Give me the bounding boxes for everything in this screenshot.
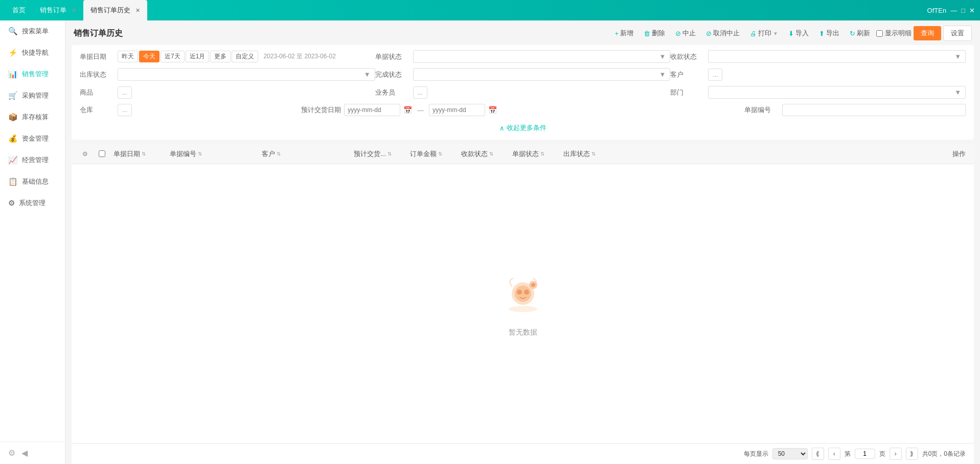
tab-sales-history-close[interactable]: ✕: [135, 7, 140, 14]
sidebar-item-sales-label: 销售管理: [22, 70, 49, 79]
calendar-end-icon[interactable]: 📅: [488, 106, 497, 114]
tab-home[interactable]: 首页: [5, 0, 33, 20]
settings-button[interactable]: 设置: [943, 26, 972, 41]
th-number[interactable]: 单据编号 ⇅: [166, 149, 258, 159]
page-next-button[interactable]: ›: [890, 448, 902, 460]
sidebar-item-purchase[interactable]: 🛒 采购管理: [0, 85, 65, 106]
th-bill-status[interactable]: 单据状态 ⇅: [508, 149, 559, 159]
select-all-checkbox[interactable]: [99, 150, 105, 157]
add-label: 新增: [620, 29, 633, 38]
maximize-icon[interactable]: □: [961, 7, 965, 14]
toolbar: + 新增 🗑 删除 ⊘ 中止 ⊘ 取消中止 🖨 打印: [611, 26, 972, 41]
date-btn-7days[interactable]: 近7天: [161, 51, 185, 62]
sidebar-item-quick-nav[interactable]: ⚡ 快捷导航: [0, 42, 65, 63]
per-page-select[interactable]: 50 20 100: [772, 448, 808, 459]
page-prev-button[interactable]: ‹: [828, 448, 840, 460]
sidebar-item-purchase-label: 采购管理: [22, 91, 49, 100]
cancel-stop-button[interactable]: ⊘ 取消中止: [702, 27, 744, 40]
delivery-date-label: 预计交货日期: [301, 105, 341, 115]
delivery-date-start[interactable]: [344, 104, 400, 116]
import-button[interactable]: ⬇ 导入: [784, 27, 813, 40]
th-delivery[interactable]: 预计交货... ⇅: [350, 149, 406, 159]
bill-status-label: 单据状态: [375, 52, 410, 61]
export-button[interactable]: ⬆ 导出: [815, 27, 844, 40]
out-status-select[interactable]: ▼: [118, 68, 375, 81]
display-columns-checkbox[interactable]: 显示明细: [876, 29, 911, 38]
collapse-label: 收起更多条件: [507, 123, 546, 132]
query-button[interactable]: 查询: [914, 26, 941, 40]
bill-status-select[interactable]: ▼: [413, 50, 671, 63]
sidebar-item-basic-info[interactable]: 📋 基础信息: [0, 171, 65, 192]
top-bar: 首页 销售订单 ✕ 销售订单历史 ✕ OfTEn — □ ✕: [0, 0, 980, 20]
page-first-button[interactable]: ⟪: [812, 448, 824, 460]
filter-row-2: 出库状态 ▼ 完成状态 ▼ 客户 ...: [80, 68, 966, 81]
th-number-label: 单据编号: [170, 149, 196, 159]
display-columns-input[interactable]: [876, 30, 883, 37]
sidebar-item-inventory[interactable]: 📦 库存核算: [0, 106, 65, 128]
th-date-label: 单据日期: [113, 149, 140, 159]
sidebar-item-inventory-label: 库存核算: [22, 113, 49, 122]
date-btn-today[interactable]: 今天: [139, 51, 159, 62]
tab-sales-order[interactable]: 销售订单 ✕: [33, 0, 83, 20]
date-btn-yesterday[interactable]: 昨天: [118, 51, 138, 62]
warehouse-input[interactable]: ...: [118, 104, 132, 116]
tab-sales-order-close[interactable]: ✕: [72, 7, 76, 14]
date-btn-custom[interactable]: 自定义: [232, 51, 258, 62]
page-number-input[interactable]: [855, 449, 875, 459]
top-bar-user: OfTEn: [927, 7, 947, 14]
refresh-button[interactable]: ↻ 刷新: [846, 27, 874, 40]
page-last-button[interactable]: ⟫: [906, 448, 918, 460]
complete-status-select[interactable]: ▼: [413, 68, 671, 81]
customer-input[interactable]: ...: [708, 69, 722, 81]
department-select[interactable]: ▼: [708, 86, 966, 99]
sidebar-item-sys-mgmt-label: 系统管理: [19, 198, 45, 208]
sidebar-item-finance[interactable]: 💰 资金管理: [0, 128, 65, 149]
filter-area: 单据日期 昨天 今天 近7天 近1月 更多 自定义 2023-06-02 至 2…: [72, 45, 974, 140]
operations-icon: 📈: [8, 156, 18, 165]
salesperson-input[interactable]: ...: [413, 86, 427, 99]
th-date[interactable]: 单据日期 ⇅: [109, 149, 166, 159]
sidebar: 🔍 搜索菜单 ⚡ 快捷导航 📊 销售管理 🛒 采购管理 📦 库存核算 💰 资金管…: [0, 20, 65, 464]
date-btn-more[interactable]: 更多: [210, 51, 231, 62]
sidebar-item-quick-nav-label: 快捷导航: [22, 48, 49, 57]
minimize-icon[interactable]: —: [950, 7, 957, 14]
per-page-label: 每页显示: [744, 450, 768, 458]
stop-icon: ⊘: [675, 30, 681, 37]
add-button[interactable]: + 新增: [611, 27, 638, 40]
department-label: 部门: [670, 88, 705, 97]
sort-bill-status-icon: ⇅: [540, 151, 544, 157]
date-btn-1month[interactable]: 近1月: [186, 51, 210, 62]
filter-warehouse-col: 仓库 ...: [80, 104, 301, 116]
calendar-start-icon[interactable]: 📅: [403, 106, 412, 114]
th-amount[interactable]: 订单金额 ⇅: [406, 149, 457, 159]
stop-label: 中止: [682, 29, 696, 38]
sidebar-item-search-menu[interactable]: 🔍 搜索菜单: [0, 20, 65, 42]
sort-date-icon: ⇅: [142, 151, 146, 157]
bill-number-input[interactable]: [782, 104, 966, 116]
th-settings[interactable]: ⚙: [76, 150, 94, 158]
th-amount-label: 订单金额: [410, 149, 437, 159]
payment-status-select[interactable]: ▼: [708, 50, 966, 63]
th-payment[interactable]: 收款状态 ⇅: [457, 149, 508, 159]
sidebar-settings-icon[interactable]: ⚙: [8, 448, 15, 458]
delete-button[interactable]: 🗑 删除: [640, 27, 669, 40]
th-out-status[interactable]: 出库状态 ⇅: [559, 149, 610, 159]
print-button[interactable]: 🖨 打印 ▼: [746, 27, 782, 40]
filter-date-col: 单据日期 昨天 今天 近7天 近1月 更多 自定义 2023-06-02 至 2…: [80, 51, 375, 62]
th-checkbox[interactable]: [94, 150, 109, 157]
delivery-date-end[interactable]: [429, 104, 485, 116]
sidebar-item-sales[interactable]: 📊 销售管理: [0, 63, 65, 85]
page-label-prefix: 第: [845, 450, 851, 458]
close-icon[interactable]: ✕: [969, 7, 975, 14]
pagination-bar: 每页显示 50 20 100 ⟪ ‹ 第 页 › ⟫ 共0页，0条记录: [72, 443, 974, 464]
collapse-button[interactable]: ∧ 收起更多条件: [80, 121, 966, 135]
th-customer[interactable]: 客户 ⇅: [258, 149, 350, 159]
tab-sales-history[interactable]: 销售订单历史 ✕: [83, 0, 147, 20]
sidebar-collapse-icon[interactable]: ◀: [21, 448, 28, 458]
sidebar-item-operations[interactable]: 📈 经营管理: [0, 149, 65, 171]
purchase-icon: 🛒: [8, 91, 18, 100]
product-input[interactable]: ...: [118, 86, 132, 99]
sidebar-item-sys-mgmt[interactable]: ⚙ 系统管理: [0, 192, 65, 214]
stop-button[interactable]: ⊘ 中止: [671, 27, 700, 40]
collapse-up-icon: ∧: [499, 124, 505, 132]
